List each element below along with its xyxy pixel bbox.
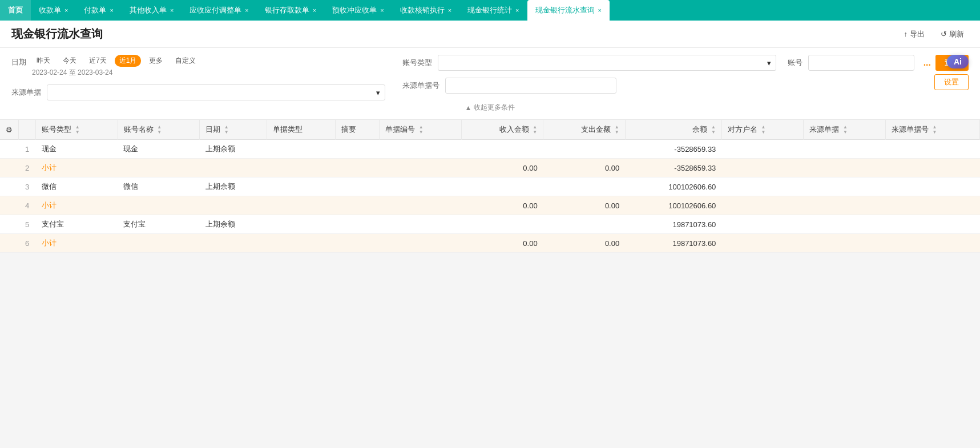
table-settings-icon[interactable]: ⚙ bbox=[6, 126, 13, 134]
table-row[interactable]: 4小计0.000.00100102606.60 bbox=[0, 196, 980, 215]
nav-cash-bank-flow[interactable]: 现金银行流水查询 × bbox=[527, 0, 610, 21]
date-opt-custom[interactable]: 自定义 bbox=[171, 55, 200, 67]
table-container: ⚙ 账号类型 ▲▼ 账号名称 ▲▼ 日期 ▲▼ 单据类型 摘要 单 bbox=[0, 120, 980, 253]
table-row[interactable]: 1现金现金上期余额-3528659.33 bbox=[0, 140, 980, 159]
sort-source-doc-no-icon: ▲▼ bbox=[933, 125, 937, 135]
table-row[interactable]: 3微信微信上期余额100102606.60 bbox=[0, 177, 980, 196]
source-doc-label: 来源单据 bbox=[11, 87, 41, 98]
date-opt-yesterday[interactable]: 昨天 bbox=[32, 55, 55, 67]
header-actions: ↑ 导出 ↺ 刷新 bbox=[900, 27, 969, 42]
source-doc-chevron-icon: ▾ bbox=[376, 88, 380, 97]
nav-bank-deposit-close[interactable]: × bbox=[313, 0, 316, 21]
th-income[interactable]: 收入金额 ▲▼ bbox=[461, 120, 543, 140]
account-dots-button[interactable]: ... bbox=[920, 58, 934, 68]
collapse-up-icon: ▲ bbox=[465, 104, 472, 112]
top-nav: 首页 收款单 × 付款单 × 其他收入单 × 应收应付调整单 × 银行存取款单 … bbox=[0, 0, 980, 21]
export-button[interactable]: ↑ 导出 bbox=[900, 27, 930, 42]
nav-receipt[interactable]: 收款单 × bbox=[31, 0, 76, 21]
refresh-icon: ↺ bbox=[941, 30, 947, 38]
account-type-select[interactable]: ▾ bbox=[438, 55, 776, 71]
sort-doc-no-icon: ▲▼ bbox=[419, 125, 424, 135]
sort-account-name-icon: ▲▼ bbox=[157, 125, 162, 135]
sort-expense-icon: ▲▼ bbox=[615, 125, 619, 135]
account-type-chevron-icon: ▾ bbox=[767, 59, 771, 67]
th-source-doc[interactable]: 来源单据 ▲▼ bbox=[804, 120, 886, 140]
data-table: ⚙ 账号类型 ▲▼ 账号名称 ▲▼ 日期 ▲▼ 单据类型 摘要 单 bbox=[0, 120, 980, 253]
nav-ar-ap-adjust[interactable]: 应收应付调整单 × bbox=[182, 0, 256, 21]
collapse-bar: ▲ 收起更多条件 bbox=[11, 103, 969, 112]
nav-payment[interactable]: 付款单 × bbox=[76, 0, 121, 21]
account-type-label: 账号类型 bbox=[402, 58, 432, 68]
nav-cash-bank-flow-close[interactable]: × bbox=[598, 0, 602, 21]
table-row[interactable]: 2小计0.000.00-3528659.33 bbox=[0, 159, 980, 177]
sort-balance-icon: ▲▼ bbox=[711, 125, 716, 135]
th-counterpart[interactable]: 对方户名 ▲▼ bbox=[721, 120, 804, 140]
source-doc-no-input[interactable] bbox=[445, 78, 616, 94]
filter-area: 日期 昨天 今天 近7天 近1月 更多 自定义 2023-02-24 至 202… bbox=[0, 48, 980, 120]
nav-cash-bank-stat[interactable]: 现金银行统计 × bbox=[459, 0, 527, 21]
collapse-button[interactable]: ▲ 收起更多条件 bbox=[465, 103, 515, 112]
th-account-name[interactable]: 账号名称 ▲▼ bbox=[118, 120, 200, 140]
table-row[interactable]: 6小计0.000.0019871073.60 bbox=[0, 234, 980, 253]
th-summary: 摘要 bbox=[335, 120, 379, 140]
source-doc-no-label: 来源单据号 bbox=[402, 80, 439, 91]
date-label: 日期 bbox=[11, 57, 26, 67]
source-doc-select[interactable]: ▾ bbox=[47, 84, 385, 100]
page-title: 现金银行流水查询 bbox=[11, 26, 103, 42]
sort-counterpart-icon: ▲▼ bbox=[761, 125, 765, 135]
th-balance[interactable]: 余额 ▲▼ bbox=[625, 120, 721, 140]
th-doc-type: 单据类型 bbox=[267, 120, 336, 140]
th-doc-no[interactable]: 单据编号 ▲▼ bbox=[380, 120, 462, 140]
sort-date-icon: ▲▼ bbox=[224, 125, 229, 135]
date-range: 2023-02-24 至 2023-03-24 bbox=[32, 68, 200, 78]
nav-write-off[interactable]: 收款核销执行 × bbox=[392, 0, 459, 21]
ai-button[interactable]: Ai bbox=[947, 55, 969, 68]
sort-income-icon: ▲▼ bbox=[533, 125, 537, 135]
filter-main-row: 日期 昨天 今天 近7天 近1月 更多 自定义 2023-02-24 至 202… bbox=[11, 55, 969, 100]
th-source-doc-no[interactable]: 来源单据号 ▲▼ bbox=[885, 120, 979, 140]
date-opt-today[interactable]: 今天 bbox=[58, 55, 81, 67]
date-opt-1month[interactable]: 近1月 bbox=[115, 55, 142, 67]
refresh-button[interactable]: ↺ 刷新 bbox=[936, 27, 969, 42]
th-num bbox=[19, 120, 36, 140]
nav-payment-close[interactable]: × bbox=[110, 0, 113, 21]
settings-button[interactable]: 设置 bbox=[934, 74, 969, 90]
nav-cash-bank-stat-close[interactable]: × bbox=[515, 0, 519, 21]
th-settings[interactable]: ⚙ bbox=[0, 120, 19, 140]
filter-middle: 账号类型 ▾ 来源单据号 bbox=[385, 55, 776, 94]
date-opt-more[interactable]: 更多 bbox=[144, 55, 167, 67]
table-row[interactable]: 5支付宝支付宝上期余额19871073.60 bbox=[0, 215, 980, 234]
filter-left: 日期 昨天 今天 近7天 近1月 更多 自定义 2023-02-24 至 202… bbox=[11, 55, 385, 100]
date-options: 昨天 今天 近7天 近1月 更多 自定义 bbox=[32, 55, 200, 67]
nav-other-income[interactable]: 其他收入单 × bbox=[122, 0, 182, 21]
th-account-type[interactable]: 账号类型 ▲▼ bbox=[36, 120, 118, 140]
account-label: 账号 bbox=[788, 58, 802, 68]
nav-home[interactable]: 首页 bbox=[0, 0, 31, 21]
nav-bank-deposit[interactable]: 银行存取款单 × bbox=[257, 0, 324, 21]
th-expense[interactable]: 支出金额 ▲▼ bbox=[543, 120, 626, 140]
account-input[interactable] bbox=[808, 55, 914, 71]
nav-ar-ap-adjust-close[interactable]: × bbox=[245, 0, 248, 21]
page-header: 现金银行流水查询 ↑ 导出 ↺ 刷新 bbox=[0, 21, 980, 48]
nav-other-income-close[interactable]: × bbox=[170, 0, 174, 21]
nav-advance-offset-close[interactable]: × bbox=[380, 0, 384, 21]
date-opt-7days[interactable]: 近7天 bbox=[84, 55, 111, 67]
nav-advance-offset[interactable]: 预收冲应收单 × bbox=[324, 0, 392, 21]
export-icon: ↑ bbox=[904, 30, 908, 38]
nav-write-off-close[interactable]: × bbox=[448, 0, 451, 21]
sort-account-type-icon: ▲▼ bbox=[75, 125, 80, 135]
th-date[interactable]: 日期 ▲▼ bbox=[200, 120, 267, 140]
sort-source-doc-icon: ▲▼ bbox=[843, 125, 848, 135]
nav-receipt-close[interactable]: × bbox=[64, 0, 68, 21]
